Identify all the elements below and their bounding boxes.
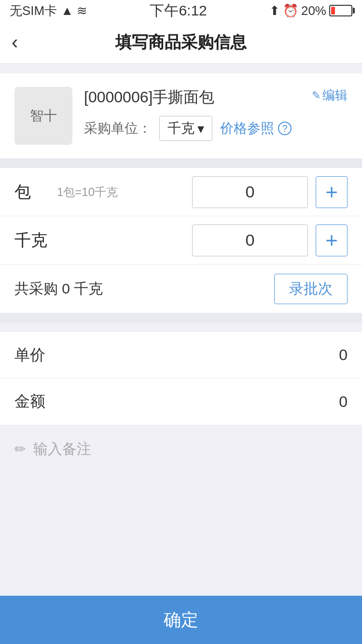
product-name: [0000006]手撕面包 [84,87,214,108]
unit-price-row: 单价 0 [0,332,362,378]
status-time: 下午6:12 [150,1,207,21]
total-label: 共采购 0 千克 [14,279,103,299]
confirm-button[interactable]: 确定 [0,596,362,644]
input-section: 包 1包=10千克 0 + 千克 0 + [0,168,362,265]
confirm-label: 确定 [164,608,198,632]
product-title: 手撕面包 [153,88,214,106]
kg-plus-button[interactable]: + [316,224,348,256]
status-left: 无SIM卡 ▲ ≋ [10,2,87,19]
unit-price-value: 0 [339,346,348,364]
section-divider-2 [0,313,362,322]
back-button[interactable]: ‹ [12,31,18,53]
unit-value: 千克 [167,119,195,138]
page-title: 填写商品采购信息 [115,31,247,54]
carrier-text: 无SIM卡 [10,2,57,19]
amount-row: 金额 0 [0,378,362,425]
product-info: [0000006]手撕面包 ✎ 编辑 采购单位： 千克 ▾ 价格参照 ? [84,87,348,141]
quantity-row-kg: 千克 0 + [0,216,362,265]
notes-placeholder: 输入备注 [33,439,91,459]
battery-icon [329,5,352,16]
bag-label: 包 [14,181,53,203]
total-row: 共采购 0 千克 录批次 [0,265,362,313]
quantity-row-bag: 包 1包=10千克 0 + [0,168,362,216]
product-id: [0000006] [84,88,153,106]
amount-value: 0 [339,393,348,411]
amount-label: 金额 [14,391,45,412]
price-ref-label: 价格参照 [220,119,274,138]
kg-quantity-input[interactable]: 0 [192,224,308,256]
price-ref-button[interactable]: 价格参照 ? [220,119,292,138]
price-section: 单价 0 金额 0 [0,332,362,425]
info-icon: ? [278,122,292,135]
unit-select[interactable]: 千克 ▾ [159,116,212,141]
notes-section[interactable]: ✏ 输入备注 [0,425,362,474]
bag-plus-button[interactable]: + [316,176,348,208]
edit-icon: ✎ [312,89,320,102]
dropdown-icon: ▾ [197,121,204,137]
kg-label: 千克 [14,229,53,252]
product-name-row: [0000006]手撕面包 ✎ 编辑 [84,87,348,108]
edit-label: 编辑 [322,87,348,104]
nav-bar: ‹ 填写商品采购信息 [0,21,362,64]
status-right: ⬆ ⏰ 20% [269,3,352,18]
battery-percent: 20% [301,3,326,18]
location-icon: ⬆ [269,3,280,18]
bag-quantity-input[interactable]: 0 [192,176,308,208]
unit-price-label: 单价 [14,345,45,366]
purchase-unit-label: 采购单位： [84,119,152,138]
bag-sub-label: 1包=10千克 [57,184,118,200]
record-batch-button[interactable]: 录批次 [274,274,348,304]
edit-button[interactable]: ✎ 编辑 [312,87,348,104]
product-image: 智十 [14,87,72,145]
alarm-icon: ⏰ [283,3,298,18]
product-logo: 智十 [30,107,57,125]
pencil-icon: ✏ [14,441,26,457]
section-divider-1 [0,158,362,168]
purchase-unit-row: 采购单位： 千克 ▾ 价格参照 ? [84,116,348,141]
product-card: 智十 [0000006]手撕面包 ✎ 编辑 采购单位： 千克 ▾ 价格参照 ? [0,73,362,158]
status-bar: 无SIM卡 ▲ ≋ 下午6:12 ⬆ ⏰ 20% [0,0,362,21]
wifi-icon: ▲ ≋ [61,3,87,18]
